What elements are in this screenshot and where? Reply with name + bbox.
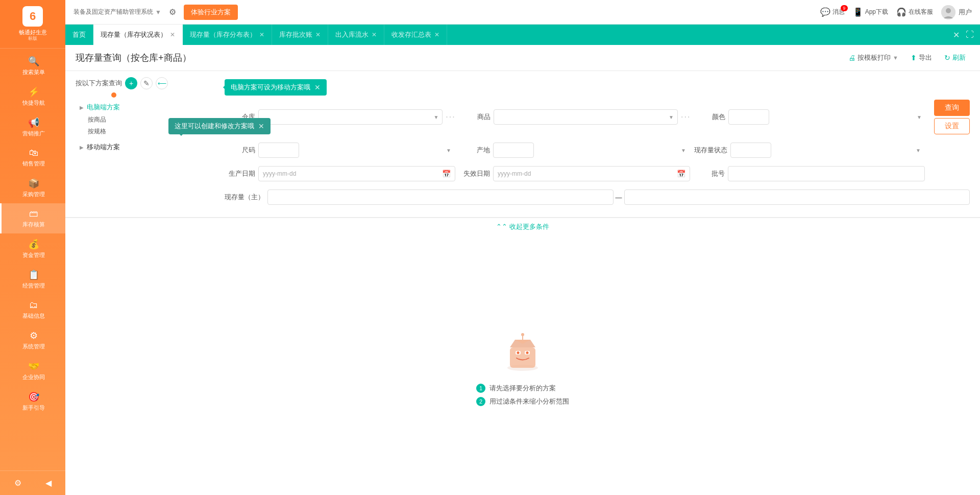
tab-batch-ledger-label: 库存批次账 <box>279 30 312 39</box>
empty-hint-2: 2 用过滤条件来缩小分析范围 <box>476 397 569 406</box>
top-header: 装备及固定资产辅助管理系统 ▼ ⚙ 体验行业方案 💬 9 消息 📱 App下载 … <box>65 0 980 25</box>
tab-inventory-status[interactable]: 现存量（库存状况表） ✕ <box>93 25 183 45</box>
warehouse-input[interactable] <box>258 109 443 125</box>
app-download-label: App下载 <box>865 8 888 16</box>
produce-date-calendar-icon[interactable]: 📅 <box>442 170 451 178</box>
expire-date-calendar-icon[interactable]: 📅 <box>677 170 685 178</box>
warehouse-dots[interactable]: ··· <box>446 112 455 122</box>
inventory-main-from[interactable] <box>267 190 614 205</box>
produce-date-input[interactable]: yyyy-mm-dd 📅 <box>258 166 455 181</box>
sidebar: 6 畅通好生意 标版 🔍 搜索菜单 ⚡ 快捷导航 📢 营销推广 🛍 销售管理 📦… <box>0 0 65 495</box>
tooltip-create-scheme: 这里可以创建和修改方案哦 ✕ <box>168 118 271 134</box>
sidebar-item-marketing[interactable]: 📢 营销推广 <box>0 112 65 143</box>
collapse-sidebar-btn[interactable]: ◀ <box>43 476 54 490</box>
origin-select[interactable] <box>493 143 534 158</box>
warehouse-select-wrapper <box>258 109 443 125</box>
tab-in-out-flow[interactable]: 出入库流水 ✕ <box>328 25 384 45</box>
tooltip-create-scheme-text: 这里可以创建和修改方案哦 <box>175 122 254 131</box>
batch-input[interactable] <box>728 166 925 181</box>
settings-bottom-btn[interactable]: ⚙ <box>12 476 23 490</box>
marketing-icon: 📢 <box>28 117 39 128</box>
sidebar-bottom: ⚙ ◀ <box>0 470 65 495</box>
mobile-scheme-item[interactable]: ▶ 移动端方案 <box>80 140 218 154</box>
messages-btn[interactable]: 💬 9 消息 <box>820 7 845 17</box>
quick-nav-icon: ⚡ <box>28 86 39 98</box>
sidebar-item-enterprise[interactable]: 🤝 企业协同 <box>0 356 65 386</box>
search-btn[interactable]: 查询 <box>934 100 970 116</box>
tab-receive-summary-close[interactable]: ✕ <box>434 32 439 38</box>
settings-gear-btn[interactable]: ⚙ <box>165 5 180 19</box>
logo-icon: 6 <box>22 6 43 27</box>
industry-btn[interactable]: 体验行业方案 <box>184 5 238 20</box>
svg-point-6 <box>517 351 520 354</box>
sidebar-item-quick-nav[interactable]: ⚡ 快捷导航 <box>0 81 65 112</box>
batch-label: 批号 <box>694 169 725 178</box>
tab-inventory-status-close[interactable]: ✕ <box>170 32 175 38</box>
tab-batch-ledger[interactable]: 库存批次账 ✕ <box>272 25 328 45</box>
sidebar-item-base-info[interactable]: 🗂 基础信息 <box>0 295 65 325</box>
inventory-status-select[interactable] <box>730 143 771 158</box>
tab-inventory-dist-close[interactable]: ✕ <box>259 32 264 38</box>
online-support-btn[interactable]: 🎧 在线客服 <box>896 7 933 17</box>
tab-home[interactable]: 首页 <box>65 25 93 45</box>
sidebar-item-finance[interactable]: 💰 资金管理 <box>0 233 65 264</box>
sidebar-item-system[interactable]: ⚙ 系统管理 <box>0 325 65 356</box>
sidebar-item-purchase[interactable]: 📦 采购管理 <box>0 173 65 203</box>
sidebar-item-inventory[interactable]: 🗃 库存核算 <box>0 203 65 233</box>
reset-btn[interactable]: 设置 <box>934 118 970 134</box>
color-select[interactable] <box>728 109 769 125</box>
tab-close-all-btn[interactable]: ✕ <box>951 28 962 42</box>
size-select[interactable] <box>258 143 299 158</box>
header-left: 装备及固定资产辅助管理系统 ▼ ⚙ 体验行业方案 <box>74 5 238 20</box>
goods-label: 商品 <box>460 112 491 122</box>
hint-1-num: 1 <box>476 384 485 393</box>
hint-2-num: 2 <box>476 397 485 406</box>
export-btn[interactable]: ⬆ 导出 <box>906 51 936 64</box>
app-download-btn[interactable]: 📱 App下载 <box>853 7 888 17</box>
goods-input[interactable] <box>494 109 678 125</box>
desktop-scheme-item[interactable]: ▶ 电脑端方案 <box>80 101 218 114</box>
tab-receive-summary[interactable]: 收发存汇总表 ✕ <box>384 25 447 45</box>
empty-hint-1: 1 请先选择要分析的方案 <box>476 384 569 393</box>
operations-icon: 📋 <box>28 269 39 280</box>
refresh-icon: ↻ <box>944 54 950 62</box>
goods-dots[interactable]: ··· <box>681 112 691 122</box>
tab-inventory-dist[interactable]: 现存量（库存分布表） ✕ <box>183 25 272 45</box>
header-right: 💬 9 消息 📱 App下载 🎧 在线客服 <box>820 5 972 19</box>
tab-home-label: 首页 <box>72 30 86 39</box>
desktop-scheme-label: 电脑端方案 <box>87 103 120 112</box>
user-name: 用户 <box>959 8 972 17</box>
sidebar-item-guide[interactable]: 🎯 新手引导 <box>0 386 65 417</box>
color-field: 颜色 <box>695 109 926 125</box>
edit-scheme-btn[interactable]: ✎ <box>140 77 153 89</box>
content-area: 现存量查询（按仓库+商品） 🖨 按模板打印 ▼ ⬆ 导出 ↻ 刷新 <box>65 45 980 495</box>
page-actions: 🖨 按模板打印 ▼ ⬆ 导出 ↻ 刷新 <box>844 51 970 64</box>
collapse-more-btn[interactable]: ⌃⌃ 收起更多条件 <box>65 218 980 235</box>
sidebar-item-operations[interactable]: 📋 经营管理 <box>0 264 65 295</box>
refresh-btn[interactable]: ↻ 刷新 <box>940 51 970 64</box>
sidebar-item-sales[interactable]: 🛍 销售管理 <box>0 143 65 173</box>
mobile-scheme-label: 移动端方案 <box>87 143 120 152</box>
sidebar-item-search-menu[interactable]: 🔍 搜索菜单 <box>0 51 65 81</box>
guide-icon: 🎯 <box>28 391 39 403</box>
app-download-icon: 📱 <box>853 7 863 17</box>
tab-batch-ledger-close[interactable]: ✕ <box>315 32 321 38</box>
inventory-status-select-wrapper <box>730 143 925 158</box>
arrow-scheme-btn[interactable]: ⟵ <box>156 77 168 89</box>
system-select[interactable]: 装备及固定资产辅助管理系统 ▼ <box>74 8 161 16</box>
print-btn[interactable]: 🖨 按模板打印 ▼ <box>844 51 902 64</box>
tooltip-create-scheme-close[interactable]: ✕ <box>258 122 264 130</box>
user-info[interactable]: 用户 <box>941 5 972 19</box>
tab-fullscreen-btn[interactable]: ⛶ <box>964 28 976 41</box>
tooltip-desktop-to-mobile-close[interactable]: ✕ <box>314 83 321 91</box>
inventory-sep: — <box>616 194 622 201</box>
expire-date-input[interactable]: yyyy-mm-dd 📅 <box>493 166 690 181</box>
tab-in-out-flow-close[interactable]: ✕ <box>372 32 377 38</box>
batch-field: 批号 <box>694 166 925 181</box>
inventory-main-to[interactable] <box>624 190 970 205</box>
goods-field: 商品 ··· <box>460 109 691 125</box>
color-select-wrapper <box>728 109 926 125</box>
size-select-wrapper <box>258 143 455 158</box>
add-scheme-btn[interactable]: + <box>125 77 137 89</box>
collapse-more-label: 收起更多条件 <box>509 223 549 230</box>
